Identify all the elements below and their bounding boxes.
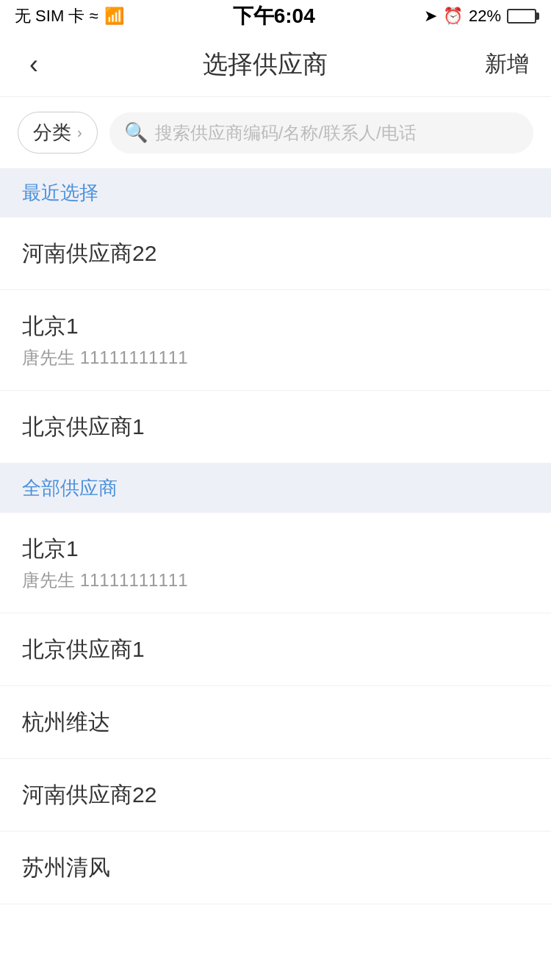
item-name: 苏州清风 [22, 852, 529, 883]
status-left: 无 SIM 卡 ≈ 📶 [15, 5, 124, 27]
search-icon: 🔍 [124, 121, 148, 144]
status-bar: 无 SIM 卡 ≈ 📶 下午6:04 ➤ ⏰ 22% [0, 0, 551, 32]
location-icon: ➤ [424, 7, 437, 26]
status-time: 下午6:04 [233, 2, 315, 30]
item-name: 北京供应商1 [22, 411, 529, 442]
status-right: ➤ ⏰ 22% [424, 7, 536, 26]
list-item[interactable]: 北京1唐先生 11111111111 [0, 513, 551, 613]
section-header-recent: 最近选择 [0, 168, 551, 217]
sections-container: 最近选择河南供应商22北京1唐先生 11111111111北京供应商1全部供应商… [0, 168, 551, 904]
section-header-text-all: 全部供应商 [22, 477, 118, 499]
section-header-all: 全部供应商 [0, 464, 551, 513]
list-item[interactable]: 河南供应商22 [0, 217, 551, 290]
category-label: 分类 [33, 120, 71, 145]
add-button[interactable]: 新增 [485, 49, 529, 79]
item-name: 北京供应商1 [22, 634, 529, 665]
battery-percent: 22% [469, 7, 501, 26]
item-name: 北京1 [22, 533, 529, 564]
list-item[interactable]: 北京供应商1 [0, 391, 551, 464]
back-button[interactable]: ‹ [22, 42, 46, 87]
nav-bar: ‹ 选择供应商 新增 [0, 32, 551, 97]
search-box[interactable]: 🔍 搜索供应商编码/名称/联系人/电话 [109, 112, 533, 154]
page-title: 选择供应商 [203, 48, 328, 82]
item-sub: 唐先生 11111111111 [22, 569, 529, 592]
list-item[interactable]: 北京1唐先生 11111111111 [0, 290, 551, 391]
filter-bar: 分类 › 🔍 搜索供应商编码/名称/联系人/电话 [0, 97, 551, 168]
battery-icon [507, 9, 536, 24]
item-name: 河南供应商22 [22, 779, 529, 810]
item-name: 河南供应商22 [22, 238, 529, 269]
list-item[interactable]: 北京供应商1 [0, 613, 551, 686]
sim-label: 无 SIM 卡 ≈ [15, 5, 98, 27]
item-name: 北京1 [22, 311, 529, 342]
list-item[interactable]: 河南供应商22 [0, 759, 551, 832]
wifi-icon: 📶 [104, 7, 124, 26]
item-name: 杭州维达 [22, 707, 529, 738]
section-header-text-recent: 最近选择 [22, 181, 98, 203]
list-item[interactable]: 苏州清风 [0, 832, 551, 904]
item-sub: 唐先生 11111111111 [22, 346, 529, 370]
category-button[interactable]: 分类 › [18, 112, 98, 154]
chevron-right-icon: › [77, 124, 82, 141]
search-placeholder: 搜索供应商编码/名称/联系人/电话 [155, 121, 417, 145]
alarm-icon: ⏰ [443, 7, 463, 26]
list-item[interactable]: 杭州维达 [0, 686, 551, 759]
